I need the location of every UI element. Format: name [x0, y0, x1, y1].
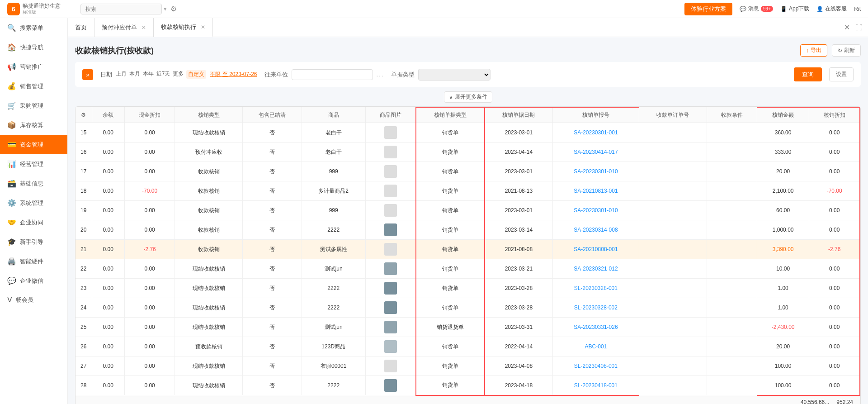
- table-scroll[interactable]: ⚙ 余额 现金折扣 核销类型 包含已结清 商品 商品图片 核销单据类型 核销单据…: [75, 107, 860, 396]
- online-service-action[interactable]: 👤 在线客服: [816, 5, 847, 13]
- bill-no-link[interactable]: SA-20230331-026: [574, 324, 618, 330]
- sidebar-item-member[interactable]: V 畅会员: [0, 290, 67, 309]
- cell-bill-no: ABC-001: [552, 337, 639, 356]
- expand-conditions-btn[interactable]: ∨ 展开更多条件: [444, 91, 492, 103]
- close-window-icon[interactable]: ✕: [842, 21, 852, 33]
- cell-receipt-cond: [707, 220, 757, 240]
- bill-no-link[interactable]: SL-20230328-002: [574, 304, 618, 311]
- maximize-icon[interactable]: ⛶: [854, 22, 864, 33]
- industry-btn[interactable]: 体验行业方案: [684, 3, 732, 15]
- counterparty-input[interactable]: [292, 69, 373, 80]
- date-custom[interactable]: 自定义: [186, 70, 206, 79]
- export-btn[interactable]: ↑ 导出: [800, 44, 827, 57]
- date-7days[interactable]: 近7天: [156, 70, 170, 79]
- sidebar-item-wechat[interactable]: 💬 企业微信: [0, 271, 67, 290]
- bill-no-link[interactable]: SA-20230321-012: [574, 266, 618, 272]
- cell-goods-img: [365, 356, 416, 376]
- bill-no-link[interactable]: SA-20230314-008: [574, 227, 618, 233]
- dropdown-arrow-icon[interactable]: ▾: [164, 5, 167, 12]
- tab-home[interactable]: 首页: [68, 18, 94, 37]
- cell-receipt-no: [639, 143, 707, 162]
- billtype-select[interactable]: [418, 69, 491, 81]
- bill-no-link[interactable]: SA-20210813-001: [574, 188, 618, 194]
- sidebar-item-purchase[interactable]: 🛒 采购管理: [0, 96, 67, 115]
- sidebar-item-marketing[interactable]: 📢 营销推广: [0, 57, 67, 76]
- cell-type: 现结收款核销: [175, 318, 243, 337]
- cell-receipt-no: [639, 240, 707, 259]
- date-range: 不限 至 2023-07-26: [210, 71, 257, 78]
- bill-no-link[interactable]: SL-20230328-001: [574, 285, 618, 291]
- app-download-action[interactable]: 📱 App下载: [780, 5, 809, 13]
- filter-toggle-icon: »: [86, 71, 90, 78]
- refresh-btn[interactable]: ↻ 刷新: [832, 44, 861, 57]
- cell-settled: 否: [243, 181, 302, 201]
- settings-icon[interactable]: ⚙: [81, 112, 86, 118]
- cell-amount: 100.00: [757, 376, 809, 395]
- date-more[interactable]: 更多: [173, 70, 184, 79]
- cell-amount: 360.00: [757, 123, 809, 143]
- sidebar-item-sales[interactable]: 💰 销售管理: [0, 76, 67, 96]
- date-this-month[interactable]: 本月: [129, 70, 140, 79]
- sidebar-item-operations[interactable]: 📊 经营管理: [0, 154, 67, 174]
- bill-no-link[interactable]: SL-20230418-001: [574, 382, 618, 389]
- product-image: [384, 360, 397, 372]
- filter-toggle-btn[interactable]: »: [82, 69, 93, 80]
- sidebar-item-collab[interactable]: 🤝 企业协同: [0, 213, 67, 232]
- bill-no-link[interactable]: SA-20230301-001: [574, 129, 618, 136]
- date-this-year[interactable]: 本年: [143, 70, 154, 79]
- cell-bill-no: SA-20230314-008: [552, 220, 639, 240]
- sidebar-item-quicknav[interactable]: 🏠 快捷导航: [0, 38, 67, 57]
- refresh-icon: ↻: [838, 48, 842, 54]
- counterparty-dots[interactable]: ...: [377, 71, 384, 78]
- sidebar-item-finance[interactable]: 💳 资金管理: [0, 135, 67, 154]
- tab-close-receipts[interactable]: ✕: [201, 24, 205, 30]
- cell-no: 26: [75, 337, 92, 356]
- date-last-month[interactable]: 上月: [116, 70, 127, 79]
- cell-bill-no: SL-20230328-001: [552, 279, 639, 298]
- cell-type: 现结收款核销: [175, 376, 243, 395]
- cell-goods-img: [365, 298, 416, 318]
- user-name[interactable]: Rit: [854, 6, 861, 12]
- cell-bill-date: 2023-04-08: [485, 356, 553, 376]
- sidebar-item-system[interactable]: ⚙️ 系统管理: [0, 193, 67, 213]
- cell-amount: 60.00: [757, 201, 809, 220]
- bill-no-link[interactable]: SA-20230414-017: [574, 149, 618, 155]
- cell-balance: 0.00: [92, 376, 125, 395]
- cell-bill-date: 2023-03-31: [485, 318, 553, 337]
- tab-close-prepay[interactable]: ✕: [142, 24, 146, 31]
- cell-goods-img: [365, 201, 416, 220]
- sidebar-item-inventory[interactable]: 📦 库存核算: [0, 115, 67, 135]
- cell-settled: 否: [243, 298, 302, 318]
- sidebar-item-search[interactable]: 🔍 搜索菜单: [0, 18, 67, 38]
- cell-discount: 0.00: [809, 123, 860, 143]
- cell-type: 收款核销: [175, 162, 243, 181]
- cell-bill-no: SA-20230331-026: [552, 318, 639, 337]
- top-search-area: ▾ ⚙: [80, 4, 679, 14]
- sidebar-item-hardware[interactable]: 🖨️ 智能硬件: [0, 252, 67, 271]
- bill-no-link[interactable]: SA-20210808-001: [574, 246, 618, 252]
- cell-goods: 2222: [302, 376, 365, 395]
- cell-receipt-no: [639, 356, 707, 376]
- cell-goods: 测试jun: [302, 259, 365, 279]
- gear-icon[interactable]: ⚙: [170, 5, 177, 13]
- setting-btn[interactable]: 设置: [829, 67, 854, 81]
- cell-balance: 0.00: [92, 279, 125, 298]
- cell-bill-type: 销货单: [416, 376, 484, 395]
- bill-no-link[interactable]: SA-20230301-010: [574, 168, 618, 175]
- bill-no-link[interactable]: SL-20230408-001: [574, 363, 618, 369]
- cell-bill-no: SA-20230301-010: [552, 201, 639, 220]
- tab-receipts[interactable]: 收款核销执行 ✕: [154, 18, 213, 37]
- query-btn[interactable]: 查询: [794, 67, 822, 81]
- cell-no: 28: [75, 376, 92, 395]
- message-action[interactable]: 💬 消息 99+: [740, 5, 773, 13]
- bill-no-link[interactable]: ABC-001: [585, 343, 607, 350]
- bill-no-link[interactable]: SA-20230301-010: [574, 207, 618, 214]
- cell-bill-date: 2023-03-01: [485, 162, 553, 181]
- cell-balance: 0.00: [92, 220, 125, 240]
- th-bill-type: 核销单据类型: [416, 107, 484, 123]
- search-input[interactable]: [80, 4, 162, 14]
- cell-goods: 999: [302, 201, 365, 220]
- sidebar-item-basic[interactable]: 🗃️ 基础信息: [0, 174, 67, 193]
- sidebar-item-guide[interactable]: 🎓 新手引导: [0, 232, 67, 252]
- tab-prepay[interactable]: 预付冲应付单 ✕: [94, 18, 154, 37]
